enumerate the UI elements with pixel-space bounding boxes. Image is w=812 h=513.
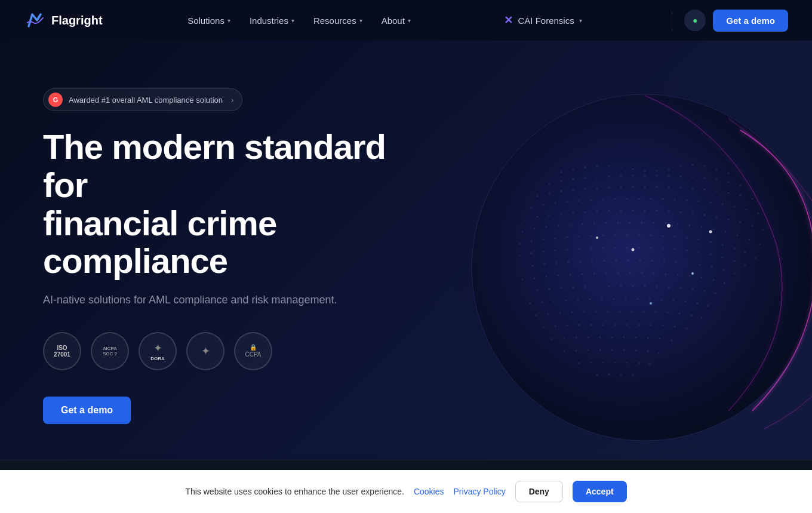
get-demo-hero-button[interactable]: Get a demo [43,397,131,424]
svg-point-110 [713,229,715,231]
svg-point-8 [632,168,634,170]
svg-point-136 [519,255,521,257]
svg-point-116 [531,241,533,242]
svg-point-240 [701,317,703,319]
svg-point-4 [585,167,586,168]
svg-point-233 [619,311,621,313]
svg-point-151 [698,251,700,253]
navigation: Flagright Solutions ▾ Industries ▾ Resou… [0,0,812,41]
svg-point-35 [549,192,550,194]
svg-point-164 [616,260,617,262]
svg-point-73 [525,219,527,221]
nav-ai-forensics[interactable]: ✕ CAI Forensics ▾ [496,9,590,32]
svg-point-155 [745,265,746,267]
chevron-down-icon: ▾ [359,17,362,24]
svg-point-207 [692,288,694,290]
svg-point-262 [647,337,649,339]
svg-point-186 [653,273,655,275]
privacy-policy-link[interactable]: Privacy Policy [454,487,506,496]
svg-point-172 [711,266,713,268]
svg-point-179 [570,274,571,276]
logo[interactable]: Flagright [24,10,103,31]
svg-point-149 [674,248,676,250]
svg-point-6 [608,165,610,167]
svg-point-76 [561,213,562,215]
svg-point-14 [704,165,706,167]
nav-resources[interactable]: Resources ▾ [305,11,371,30]
svg-point-204 [656,286,658,288]
iso-badge: ISO27001 [43,332,81,370]
svg-point-61 [626,198,628,200]
svg-point-249 [638,324,640,326]
svg-point-90 [728,219,730,220]
accept-button[interactable]: Accept [573,481,627,502]
svg-point-167 [651,260,653,262]
chevron-down-icon: ▾ [227,17,230,24]
svg-point-1 [472,94,812,441]
svg-point-16 [728,173,730,174]
get-demo-nav-button[interactable]: Get a demo [713,10,788,32]
hero-title: The modern standard for financial crime … [43,128,413,280]
nav-industries[interactable]: Industries ▾ [241,11,303,30]
svg-point-195 [549,288,550,290]
svg-point-105 [653,222,655,224]
svg-point-107 [677,223,679,225]
svg-point-169 [675,261,677,263]
svg-point-234 [631,311,633,313]
svg-point-145 [626,247,628,249]
about-label: About [382,16,405,26]
svg-point-99 [582,223,583,225]
svg-point-187 [665,274,667,275]
svg-point-211 [542,302,543,303]
svg-point-141 [579,248,580,250]
svg-point-95 [534,228,536,230]
svg-point-93 [762,229,764,231]
svg-point-223 [685,301,687,303]
award-badge[interactable]: G Awarded #1 overall AML compliance solu… [43,88,242,111]
svg-point-251 [662,325,664,327]
g2-badge-icon: G [48,93,63,107]
svg-point-277 [614,362,616,364]
svg-point-220 [649,299,651,300]
svg-point-18 [561,180,562,182]
svg-point-64 [662,198,664,200]
svg-point-215 [589,299,591,300]
svg-point-111 [725,231,727,233]
svg-point-273 [658,352,660,354]
nav-about[interactable]: About ▾ [373,11,419,30]
svg-point-256 [576,337,577,339]
nav-solutions[interactable]: Solutions ▾ [179,11,239,30]
svg-point-206 [680,287,682,289]
svg-point-250 [650,324,652,326]
svg-point-36 [561,191,562,192]
svg-point-176 [534,278,536,279]
svg-point-13 [692,164,694,166]
arrow-icon: › [231,96,233,105]
svg-point-174 [734,273,736,275]
svg-point-146 [638,247,640,249]
svg-point-254 [552,339,553,340]
svg-point-157 [532,265,534,267]
svg-point-276 [602,362,604,364]
svg-point-118 [555,238,556,239]
nav-separator [672,11,672,30]
svg-point-72 [758,213,759,214]
svg-point-288 [691,272,694,275]
language-button[interactable]: ● [684,10,706,31]
deny-button[interactable]: Deny [515,481,563,502]
svg-point-147 [650,247,652,249]
svg-point-80 [608,210,610,212]
hero-title-line1: The modern standard for [43,127,386,204]
svg-point-247 [614,324,616,326]
svg-point-278 [626,362,628,364]
svg-point-257 [588,337,589,339]
svg-point-126 [650,235,652,236]
svg-point-130 [698,239,700,241]
svg-point-138 [543,251,545,253]
svg-point-69 [722,204,724,205]
svg-point-100 [593,223,595,225]
cookies-link[interactable]: Cookies [414,487,444,496]
svg-point-58 [590,199,592,201]
chevron-down-icon: ▾ [408,17,411,24]
svg-point-148 [662,248,664,250]
